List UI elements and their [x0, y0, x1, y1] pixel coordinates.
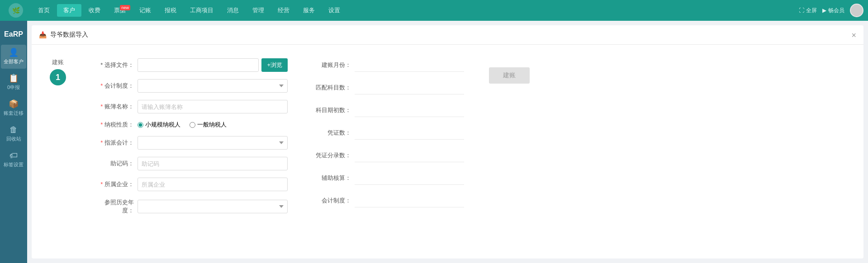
memo-code-row: 助记码： [93, 157, 288, 170]
memo-code-input[interactable] [138, 157, 288, 170]
initial-balance-row: 科目期初数： [306, 103, 464, 117]
ledger-name-row: 账簿名称： [93, 100, 288, 113]
accounting-system-label: 会计制度： [93, 82, 134, 90]
declaration-icon: 📋 [9, 74, 19, 82]
top-navigation: 🌿 首页 客户 收费 票据 new 记账 报税 工商项目 消息 管理 经营 服务… [0, 0, 868, 21]
logo-area: 🌿 [5, 3, 27, 18]
step-label: 建账 [52, 58, 64, 66]
right-accounting-system-label: 会计制度： [306, 197, 351, 205]
migration-icon: 📦 [9, 100, 19, 108]
nav-right-area: ⛶ 全屏 ▶ 畅会员 [799, 4, 863, 17]
sidebar-item-label: 全部客户 [4, 58, 24, 65]
build-button-area: 建账 [482, 58, 536, 222]
avatar[interactable] [850, 4, 863, 17]
sidebar-item-label: 回收站 [6, 136, 21, 142]
nav-management[interactable]: 管理 [246, 4, 270, 17]
right-accounting-system-row: 会计制度： [306, 194, 464, 207]
general-taxpayer-radio[interactable] [190, 122, 195, 128]
left-form: * 选择文件： +浏览 会计制度： [93, 58, 288, 222]
layout: EaRP 👤 全部客户 📋 0申报 📦 账套迁移 🗑 回收站 🏷 标签设置 📥 … [0, 21, 868, 263]
sidebar-item-all-clients[interactable]: 👤 全部客户 [1, 45, 26, 69]
reference-year-label: 参照历史年度： [93, 198, 134, 215]
file-label: * 选择文件： [93, 61, 134, 69]
file-select-row: * 选择文件： +浏览 [93, 58, 288, 72]
nav-messages[interactable]: 消息 [221, 4, 245, 17]
company-row: 所属企业： [93, 178, 288, 191]
small-taxpayer-radio[interactable] [138, 122, 143, 128]
nav-fees[interactable]: 收费 [82, 4, 107, 17]
general-taxpayer-label: 一般纳税人 [197, 121, 227, 129]
file-input-group: +浏览 [138, 58, 288, 72]
nav-operations[interactable]: 经营 [271, 4, 296, 17]
accounting-system-row: 会计制度： [93, 79, 288, 93]
nav-clients[interactable]: 客户 [57, 4, 81, 17]
sidebar-item-declaration[interactable]: 📋 0申报 [1, 70, 26, 94]
nav-items: 首页 客户 收费 票据 new 记账 报税 工商项目 消息 管理 经营 服务 设… [32, 4, 799, 17]
file-input[interactable] [138, 58, 259, 72]
close-button[interactable]: × [851, 31, 856, 40]
build-month-value [355, 58, 464, 72]
reference-year-row: 参照历史年度： [93, 198, 288, 215]
browse-button[interactable]: +浏览 [261, 58, 288, 72]
main-content: 📥 导爷数据导入 × 建账 1 * 选择文件： [27, 21, 868, 263]
assign-accountant-label: 指派会计： [93, 139, 134, 147]
nav-business[interactable]: 工商项目 [184, 4, 220, 17]
panel: 📥 导爷数据导入 × 建账 1 * 选择文件： [32, 25, 863, 258]
membership-button[interactable]: ▶ 畅会员 [822, 7, 844, 14]
nav-services[interactable]: 服务 [297, 4, 321, 17]
ledger-name-label: 账簿名称： [93, 103, 134, 111]
voucher-records-label: 凭证分录数： [306, 151, 351, 160]
build-month-row: 建账月份： [306, 58, 464, 72]
ledger-name-input[interactable] [138, 100, 288, 113]
step-circle: 1 [50, 69, 66, 85]
nav-settings[interactable]: 设置 [322, 4, 346, 17]
build-button[interactable]: 建账 [489, 67, 530, 84]
new-badge: new [120, 5, 130, 10]
fullscreen-button[interactable]: ⛶ 全屏 [799, 7, 817, 14]
match-subjects-value [355, 81, 464, 94]
nav-tax[interactable]: 报税 [158, 4, 183, 17]
sidebar-item-label: 0申报 [7, 84, 20, 91]
match-subjects-label: 匹配科目数： [306, 84, 351, 92]
sidebar-item-migration[interactable]: 📦 账套迁移 [1, 96, 26, 120]
tax-nature-row: 纳税性质： 小规模纳税人 一般纳税人 [93, 121, 288, 129]
tax-nature-radio-group: 小规模纳税人 一般纳税人 [138, 121, 288, 129]
auxiliary-accounting-value [355, 171, 464, 185]
voucher-count-value [355, 126, 464, 140]
voucher-count-label: 凭证数： [306, 129, 351, 137]
reference-year-select[interactable] [138, 200, 288, 213]
right-form: 建账月份： 匹配科目数： 科目期初数： 凭证数： [306, 58, 464, 222]
tag-icon: 🏷 [9, 151, 18, 160]
tax-nature-label: 纳税性质： [93, 121, 134, 129]
initial-balance-label: 科目期初数： [306, 106, 351, 114]
nav-home[interactable]: 首页 [32, 4, 56, 17]
small-taxpayer-label: 小规模纳税人 [145, 121, 180, 129]
voucher-records-row: 凭证分录数： [306, 149, 464, 162]
company-input[interactable] [138, 178, 288, 191]
build-month-label: 建账月份： [306, 61, 351, 69]
sidebar-item-label: 账套迁移 [4, 110, 24, 117]
accounting-system-select[interactable] [138, 79, 288, 93]
general-taxpayer-option[interactable]: 一般纳税人 [190, 121, 227, 129]
assign-accountant-select[interactable] [138, 136, 288, 150]
memo-code-label: 助记码： [93, 160, 134, 168]
right-accounting-system-value [355, 194, 464, 207]
logo-icon: 🌿 [9, 3, 23, 18]
nav-tickets[interactable]: 票据 new [108, 4, 132, 17]
fullscreen-icon: ⛶ [799, 7, 804, 14]
panel-header: 📥 导爷数据导入 × [32, 25, 863, 45]
panel-title-icon: 📥 [39, 31, 47, 38]
voucher-records-value [355, 149, 464, 162]
sidebar: EaRP 👤 全部客户 📋 0申报 📦 账套迁移 🗑 回收站 🏷 标签设置 [0, 21, 27, 263]
initial-balance-value [355, 103, 464, 117]
match-subjects-row: 匹配科目数： [306, 81, 464, 94]
small-taxpayer-option[interactable]: 小规模纳税人 [138, 121, 180, 129]
nav-accounting[interactable]: 记账 [133, 4, 157, 17]
sidebar-item-tag-settings[interactable]: 🏷 标签设置 [1, 148, 26, 172]
auxiliary-accounting-row: 辅助核算： [306, 171, 464, 185]
voucher-count-row: 凭证数： [306, 126, 464, 140]
membership-icon: ▶ [822, 7, 826, 14]
step-section: 建账 1 [50, 58, 66, 222]
sidebar-item-recycle[interactable]: 🗑 回收站 [1, 122, 26, 146]
form-area: 建账 1 * 选择文件： +浏览 会计制度： [32, 45, 863, 235]
